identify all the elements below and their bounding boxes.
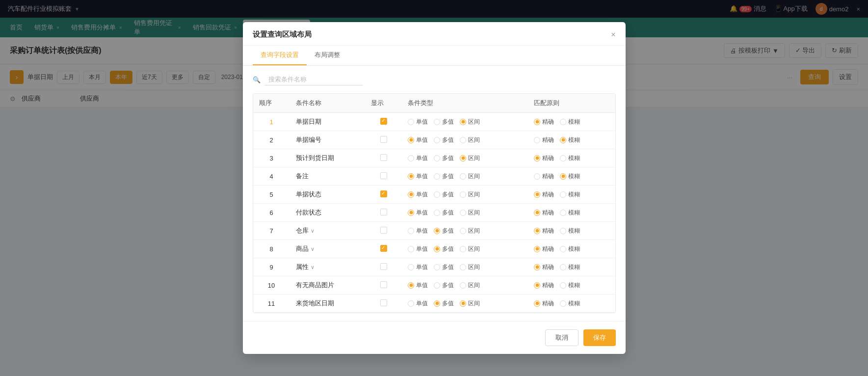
col-name: 条件名称 [290, 94, 365, 107]
dialog-body: 🔍 顺序 条件名称 显示 条件类型 匹配原则 [243, 66, 626, 107]
settings-dialog: 设置查询区域布局 × 查询字段设置 布局调整 🔍 顺序 条件名称 [243, 22, 626, 107]
conditions-table: 顺序 条件名称 显示 条件类型 匹配原则 1单据日期单值多值区间精确模糊2单据编… [253, 93, 616, 107]
tab-query-fields[interactable]: 查询字段设置 [253, 46, 307, 65]
modal-overlay: 设置查询区域布局 × 查询字段设置 布局调整 🔍 顺序 条件名称 [0, 0, 868, 107]
col-match: 匹配原则 [528, 94, 615, 107]
dialog-close-button[interactable]: × [611, 30, 615, 39]
search-icon: 🔍 [253, 76, 261, 83]
search-bar: 🔍 [253, 74, 616, 85]
search-input[interactable] [264, 74, 363, 85]
col-order: 顺序 [253, 94, 290, 107]
col-display: 显示 [365, 94, 402, 107]
tab-layout-adjust[interactable]: 布局调整 [307, 46, 348, 65]
dialog-tabs: 查询字段设置 布局调整 [243, 46, 626, 66]
col-type: 条件类型 [402, 94, 528, 107]
dialog-header: 设置查询区域布局 × [243, 22, 626, 46]
dialog-title: 设置查询区域布局 [253, 30, 312, 39]
